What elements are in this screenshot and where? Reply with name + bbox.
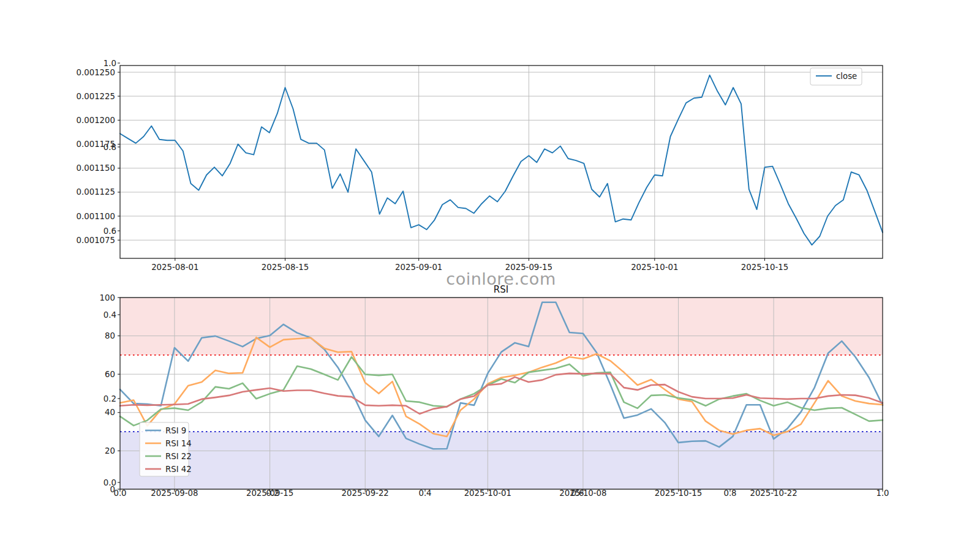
legend-label: close [836,72,857,81]
overlay-x-label: 0.2 [266,489,279,498]
legend-label: RSI 14 [165,439,192,448]
y-tick-label: 0.001250 [77,68,115,77]
x-tick-label: 2025-08-15 [262,263,309,272]
overlay-y-label: 0.0 [104,478,116,487]
legend-label: RSI 42 [165,465,192,474]
y-tick-label: 80 [105,331,115,340]
y-tick-label: 0.001075 [77,236,115,245]
price-legend: close [810,68,862,85]
x-tick-label: 2025-10-01 [464,489,511,498]
overlay-y-label: 0.6 [104,227,116,236]
rsi-panel: 0204060801002025-09-082025-09-152025-09-… [100,293,883,498]
price-panel: 0.0010750.0011000.0011250.0011500.001175… [77,66,883,272]
overlay-x-label: 1.0 [876,489,889,498]
x-tick-label: 2025-08-01 [151,263,198,272]
y-tick-label: 60 [105,370,115,379]
overlay-y-label: 0.2 [104,394,116,403]
y-tick-label: 0.001200 [77,116,115,125]
rsi-22-line [120,357,883,425]
overlay-y-label: 0.8 [104,143,116,152]
x-tick-label: 2025-10-01 [631,263,678,272]
overlay-y-label: 0.4 [104,310,116,320]
overlay-y-label: 1.0 [104,59,116,68]
legend-label: RSI 9 [165,426,186,435]
y-tick-label: 0.001225 [77,92,115,101]
price-axes-frame [120,66,883,258]
x-tick-label: 2025-09-08 [151,489,198,498]
chart-figure: 0.0010750.0011000.0011250.0011500.001175… [0,0,980,551]
overlay-x-label: 0.6 [571,489,584,498]
y-tick-label: 0.001125 [77,187,115,197]
oversold-band [120,432,883,489]
y-tick-label: 0.001150 [77,163,115,173]
y-tick-label: 100 [100,293,115,302]
legend-label: RSI 22 [165,452,192,461]
y-tick-label: 40 [105,408,115,417]
overlay-x-label: 0.8 [723,489,736,498]
rsi-legend: RSI 9RSI 14RSI 22RSI 42 [140,422,192,476]
y-tick-label: 0.001100 [77,212,115,221]
x-tick-label: 2025-10-22 [750,489,797,498]
rsi-chart-title: RSI [494,284,508,295]
overlay-x-label: 0.0 [113,489,126,498]
y-tick-label: 20 [105,446,115,455]
overlay-x-label: 0.4 [418,489,431,498]
x-tick-label: 2025-09-22 [342,489,389,498]
x-tick-label: 2025-10-15 [655,489,702,498]
close-line [120,75,883,245]
overbought-band [120,298,883,355]
x-tick-label: 2025-09-01 [395,263,442,272]
x-tick-label: 2025-10-15 [741,263,788,272]
